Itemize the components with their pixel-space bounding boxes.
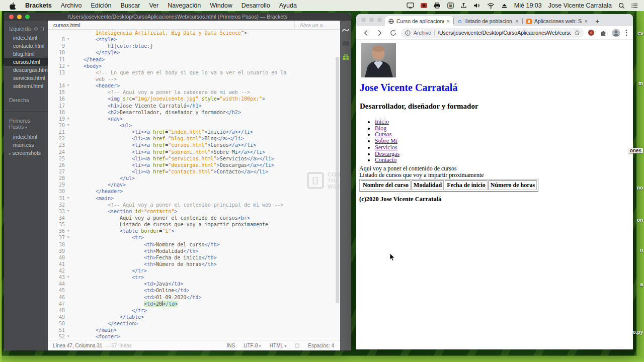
sidebar-file-cursos.html[interactable]: cursos.html <box>4 58 48 66</box>
sidebar-file-servicios.html[interactable]: servicios.html <box>4 74 48 82</box>
sidebar-file-blog.html[interactable]: blog.html <box>4 50 48 58</box>
tab-close-icon[interactable]: × <box>585 18 588 24</box>
code-row[interactable]: 18<h2>Desarrollador, diseñador y formado… <box>48 109 340 116</box>
fold-arrow-icon[interactable]: ▼ <box>65 122 71 129</box>
input-source-icon[interactable] <box>460 3 467 9</box>
code-row[interactable]: 21<li><a href="index.html">Inicio</a></l… <box>48 129 340 135</box>
code-row[interactable]: 11</head> <box>48 56 340 63</box>
code-row[interactable]: 27<li><a href="contacto.html">Contacto</… <box>48 168 340 175</box>
code-row[interactable]: 47<td>20</td> <box>48 301 340 307</box>
browser-tab-1[interactable]: Curso de aplicaciones Web× <box>385 16 453 26</box>
desktop-icon-label[interactable]: o.py <box>632 329 643 335</box>
menu-item-edición[interactable]: Edición <box>87 2 116 9</box>
zoom-window-button[interactable] <box>377 18 382 22</box>
tab-close-icon[interactable]: × <box>516 18 519 24</box>
sidebar-file-contacto.html[interactable]: contacto.html <box>4 42 48 50</box>
code-row[interactable]: 17<h1>Jose Vicente Carratalá</h1> <box>48 103 340 109</box>
code-row[interactable]: 38<th>Nombre del curso</th> <box>48 241 340 248</box>
fold-arrow-icon[interactable]: ▼ <box>65 234 71 241</box>
code-row[interactable]: 26<li><a href="descargas.html">Descargas… <box>48 162 340 168</box>
code-row[interactable]: 42</tr> <box>48 267 340 274</box>
minimize-window-button[interactable] <box>17 15 22 19</box>
menu-item-window[interactable]: Window <box>205 2 236 9</box>
eject-icon[interactable] <box>501 3 508 9</box>
code-row[interactable]: 37▼<tr> <box>48 234 340 241</box>
code-row[interactable]: 32<!-- Aquí voy a poner el contenido pri… <box>48 202 340 208</box>
code-row[interactable]: 24<li><a href="sobremi.html">Sobre Mi</a… <box>48 149 340 155</box>
desktop-icon-label[interactable]: a <box>640 282 643 287</box>
code-row[interactable]: 41<th>Número de horas</th> <box>48 261 340 267</box>
code-row[interactable]: 30</header> <box>48 188 340 195</box>
code-row[interactable]: 10</style> <box>48 49 340 56</box>
disclosure-triangle-icon[interactable]: ▸ <box>9 152 11 155</box>
menu-user-name[interactable]: Jose Vicente Carratala <box>548 2 612 9</box>
wifi-icon[interactable] <box>487 3 495 9</box>
printer-icon[interactable] <box>434 3 441 9</box>
code-row[interactable]: Inteligencia Artificial, Big Data y Data… <box>48 30 340 36</box>
code-editor[interactable]: cursos.html Abra un a... Inteligencia Ar… <box>48 21 340 340</box>
desktop-icon-label[interactable]: on <box>637 217 643 223</box>
project-file-index.html[interactable]: index.html <box>4 133 48 141</box>
code-row[interactable]: 44<td>Java</td> <box>48 281 340 287</box>
minimize-window-button[interactable] <box>369 18 374 22</box>
menu-item-ver[interactable]: Ver <box>144 2 163 9</box>
code-row[interactable]: 33▼<section id="contacto"> <box>48 208 340 215</box>
code-row[interactable]: 12▼<body> <box>48 63 340 69</box>
bookmark-star-icon[interactable] <box>574 30 580 36</box>
volume-icon[interactable] <box>473 3 480 9</box>
display-icon[interactable] <box>407 3 414 9</box>
chrome-menu-icon[interactable] <box>624 29 629 36</box>
code-row[interactable]: 15<!-- Aquí voy a poner la cabecera de m… <box>48 89 340 96</box>
code-row[interactable]: 19▼<nav> <box>48 116 340 122</box>
code-row[interactable]: web --> <box>48 76 340 82</box>
menu-app-name[interactable]: Brackets <box>21 2 56 9</box>
browser-tab-3[interactable]: BAplicaciones web: Select d× <box>523 16 591 26</box>
code-row[interactable]: 36▼<table border="1"> <box>48 228 340 234</box>
sidebar-file-index.html[interactable]: index.html <box>4 34 48 42</box>
close-window-button[interactable] <box>9 15 14 19</box>
menu-item-buscar[interactable]: Buscar <box>116 2 145 9</box>
spotlight-search-icon[interactable] <box>618 3 625 9</box>
fold-arrow-icon[interactable]: ▼ <box>65 228 71 234</box>
code-row[interactable]: 46<td>01-09-2020</td> <box>48 294 340 301</box>
tab-close-icon[interactable]: × <box>447 18 450 24</box>
code-row[interactable]: 9h1{color:blue;} <box>48 43 340 49</box>
gear-icon[interactable]: ⚙ <box>34 26 38 32</box>
desktop-icon-label[interactable]: m <box>638 80 643 86</box>
extension-manager-icon[interactable] <box>343 41 349 46</box>
desktop-icon-label[interactable]: no <box>637 185 643 191</box>
code-row[interactable]: 31▼<main> <box>48 195 340 202</box>
code-row[interactable]: 13<!-- Lo que está en el body si que lo … <box>48 69 340 76</box>
fold-arrow-icon[interactable]: ▼ <box>65 36 71 43</box>
forward-button[interactable] <box>374 30 385 36</box>
project-folder-screenshots[interactable]: ▸ screenshots <box>4 149 48 157</box>
language-dropdown[interactable]: HTML <box>270 343 286 348</box>
code-row[interactable]: 22<li><a href="blog.html">Blog</a></li> <box>48 135 340 142</box>
fold-arrow-icon[interactable]: ▼ <box>65 82 71 89</box>
reload-button[interactable] <box>387 30 399 36</box>
browser-tab-2[interactable]: Glistado de poblacion de esp× <box>454 16 522 26</box>
open-file-hint[interactable]: Abra un a... <box>294 21 340 29</box>
code-row[interactable]: 40<th>Fecha de inicio</th> <box>48 254 340 261</box>
insert-mode-indicator[interactable]: INS <box>227 343 235 348</box>
desktop-icon-label[interactable]: n <box>640 247 643 253</box>
code-row[interactable]: 16<img src="img/josevicente.jpg" style="… <box>48 96 340 102</box>
fold-arrow-icon[interactable]: ▼ <box>65 274 71 281</box>
code-row[interactable]: 43▼<tr> <box>48 274 340 281</box>
back-button[interactable] <box>360 30 372 36</box>
fold-arrow-icon[interactable]: ▼ <box>65 195 71 202</box>
desktop-icon-label[interactable]: ones <box>628 148 643 153</box>
editor-scrollbar[interactable] <box>336 57 339 303</box>
desktop-icon-label[interactable]: es <box>637 30 643 36</box>
file-tab[interactable]: cursos.html <box>48 22 80 28</box>
project-dropdown[interactable]: Primeros Pasos ▾ <box>4 112 48 133</box>
extensions-puzzle-icon[interactable] <box>598 29 608 36</box>
code-row[interactable]: 14▼<header> <box>48 82 340 89</box>
live-preview-icon[interactable] <box>342 28 349 33</box>
code-row[interactable]: 29</nav> <box>48 182 340 188</box>
zoom-window-button[interactable] <box>25 15 30 19</box>
code-row[interactable]: 50</section> <box>48 320 340 327</box>
code-row[interactable]: 49</table> <box>48 314 340 320</box>
menu-item-navegación[interactable]: Navegación <box>163 2 205 9</box>
fold-arrow-icon[interactable]: ▼ <box>65 63 71 69</box>
